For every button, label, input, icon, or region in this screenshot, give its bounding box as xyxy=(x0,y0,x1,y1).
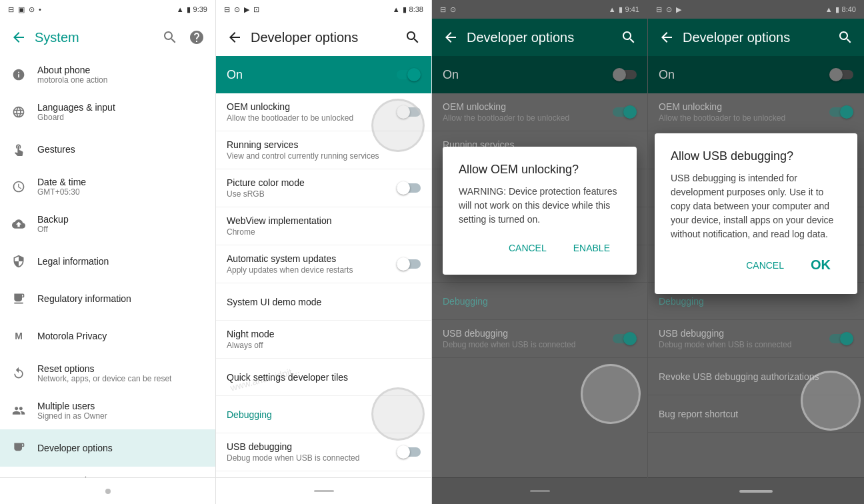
nav-text-legal: Legal information xyxy=(37,256,109,267)
status-bar-4: ⊟ ⊙ ▶ ▲ ▮ 8:40 xyxy=(648,0,864,19)
notification-icon-4: • xyxy=(39,5,41,13)
status-bar-left-icons: ⊟ ▣ ⊙ • xyxy=(8,5,41,14)
toggle-on-row-4[interactable]: On xyxy=(648,56,864,93)
auto-updates-item[interactable]: Automatic system updates Apply updates w… xyxy=(216,245,431,283)
dev-title-4: Developer options xyxy=(683,30,837,45)
system-ui-item[interactable]: System UI demo mode xyxy=(216,283,431,321)
picture-color-item[interactable]: Picture color mode Use sRGB xyxy=(216,169,431,207)
time-4: 8:40 xyxy=(842,5,856,13)
nav-item-regulatory[interactable]: Regulatory information xyxy=(0,280,215,317)
usb-cancel-btn[interactable]: Cancel xyxy=(735,252,795,278)
usb-toggle[interactable] xyxy=(397,445,421,459)
usb-dialog-body: USB debugging is intended for developmen… xyxy=(671,171,841,241)
wifi-icon: ▲ xyxy=(177,5,184,13)
motorola-icon: M xyxy=(11,328,27,344)
nav-item-languages[interactable]: Languages & input Gboard xyxy=(0,93,215,131)
search-btn-3[interactable] xyxy=(621,29,637,45)
oem-sublabel: Allow the bootloader to be unlocked xyxy=(227,113,397,123)
toggle-label-4: On xyxy=(659,68,829,82)
master-toggle[interactable] xyxy=(397,68,421,81)
nav-label-motorola: Motorola Privacy xyxy=(37,331,107,341)
app-bar-actions xyxy=(162,29,205,45)
running-services-item[interactable]: Running services View and control curren… xyxy=(216,131,431,169)
nav-label-datetime: Date & time xyxy=(37,177,86,187)
nav-text-datetime: Date & time GMT+05:30 xyxy=(37,177,86,197)
developer-icon xyxy=(11,440,27,456)
panel-developer: ⊟ ⊙ ▶ ⊡ ▲ ▮ 8:38 Developer options On xyxy=(216,0,432,504)
nav-label-languages: Languages & input xyxy=(37,102,115,113)
time-display: 9:39 xyxy=(193,5,207,13)
nav-item-developer[interactable]: Developer options xyxy=(0,429,215,467)
oem-unlocking-item[interactable]: OEM unlocking Allow the bootloader to be… xyxy=(216,93,431,131)
nav-item-motorola[interactable]: M Motorola Privacy xyxy=(0,317,215,355)
nav-item-legal[interactable]: Legal information xyxy=(0,243,215,280)
about-icon xyxy=(11,67,27,83)
webview-sublabel: Chrome xyxy=(227,227,421,237)
master-toggle-3[interactable] xyxy=(613,68,637,81)
bottom-nav-4 xyxy=(648,477,864,504)
usb-debug-item[interactable]: USB debugging Debug mode when USB is con… xyxy=(216,433,431,471)
master-toggle-4[interactable] xyxy=(829,68,853,81)
auto-toggle[interactable] xyxy=(397,257,421,271)
back-button[interactable] xyxy=(11,29,27,45)
notification-icon-3: ⊙ xyxy=(29,5,35,14)
notif-icon-24: ⊡ xyxy=(253,5,259,14)
nav-sublabel-backup: Off xyxy=(37,225,69,234)
nav-item-reset[interactable]: Reset options Network, apps, or device c… xyxy=(0,355,215,392)
usb-ok-btn[interactable]: OK xyxy=(800,252,841,278)
webview-item[interactable]: WebView implementation Chrome xyxy=(216,207,431,245)
nav-label-developer: Developer options xyxy=(37,443,113,453)
nav-item-backup[interactable]: Backup Off xyxy=(0,205,215,243)
pic-toggle[interactable] xyxy=(397,181,421,195)
search-btn-dev[interactable] xyxy=(405,29,421,45)
usb-dialog-title: Allow USB debugging? xyxy=(671,149,841,163)
sb4-icon1: ⊟ xyxy=(656,5,662,14)
notif-icon-22: ⊙ xyxy=(234,5,240,14)
bug-item-4: Bug report shortcut xyxy=(648,395,864,433)
regulatory-icon xyxy=(11,291,27,307)
nav-item-gestures[interactable]: Gestures xyxy=(0,131,215,168)
nav-item-about[interactable]: About phone motorola one action xyxy=(0,56,215,93)
pic-toggle-thumb xyxy=(397,181,410,195)
nav-text-users: Multiple users Signed in as Owner xyxy=(37,401,107,421)
nav-item-users[interactable]: Multiple users Signed in as Owner xyxy=(0,392,215,429)
nav-item-updates[interactable]: System updates Updated to Android 9 xyxy=(0,467,215,477)
auto-text: Automatic system updates Apply updates w… xyxy=(227,253,397,275)
help-button[interactable] xyxy=(189,29,205,45)
search-btn-4[interactable] xyxy=(837,29,853,45)
search-button[interactable] xyxy=(162,29,178,45)
oem-toggle[interactable] xyxy=(397,105,421,119)
oem-item-4: OEM unlocking Allow the bootloader to be… xyxy=(648,93,864,131)
oem-enable-btn[interactable]: Enable xyxy=(563,237,621,259)
toggle-on-row-3[interactable]: On xyxy=(432,56,647,93)
status-bar-3: ⊟ ⊙ ▲ ▮ 9:41 xyxy=(432,0,647,19)
battery-icon: ▮ xyxy=(187,5,191,14)
nav-label-about: About phone xyxy=(37,65,107,75)
datetime-icon xyxy=(11,179,27,195)
toggle-label-3: On xyxy=(443,68,613,82)
nav-item-datetime[interactable]: Date & time GMT+05:30 xyxy=(0,168,215,205)
back-btn-3[interactable] xyxy=(443,29,459,45)
oem-dialog: Allow OEM unlocking? WARNING: Device pro… xyxy=(443,147,637,275)
status-bar-2: ⊟ ⊙ ▶ ⊡ ▲ ▮ 8:38 xyxy=(216,0,431,19)
oem-dialog-body: WARNING: Device protection features will… xyxy=(459,185,621,227)
dev-app-bar-4: Developer options xyxy=(648,19,864,56)
back-btn-4[interactable] xyxy=(659,29,675,45)
night-mode-item[interactable]: Night mode Always off xyxy=(216,321,431,359)
sb4-icon3: ▶ xyxy=(676,5,681,14)
oem-cancel-btn[interactable]: Cancel xyxy=(498,237,557,259)
bottom-nav-2 xyxy=(216,477,431,504)
wifi-3: ▲ xyxy=(609,5,616,13)
toggle-on-row[interactable]: On xyxy=(216,56,431,93)
quick-settings-item[interactable]: Quick settings developer tiles xyxy=(216,359,431,396)
webview-label: WebView implementation xyxy=(227,215,421,226)
nav-text-languages: Languages & input Gboard xyxy=(37,102,115,122)
revoke-item[interactable]: Revoke USB debugging authorizations xyxy=(216,471,431,477)
dev-settings-list: OEM unlocking Allow the bootloader to be… xyxy=(216,93,431,477)
nav-label-backup: Backup xyxy=(37,214,69,225)
back-btn-dev[interactable] xyxy=(227,29,243,45)
revoke-item-4: Revoke USB debugging authorizations xyxy=(648,358,864,395)
notification-icon-1: ⊟ xyxy=(8,5,14,14)
auto-sublabel: Apply updates when device restarts xyxy=(227,265,397,275)
oem-label-3: OEM unlocking xyxy=(443,101,613,112)
